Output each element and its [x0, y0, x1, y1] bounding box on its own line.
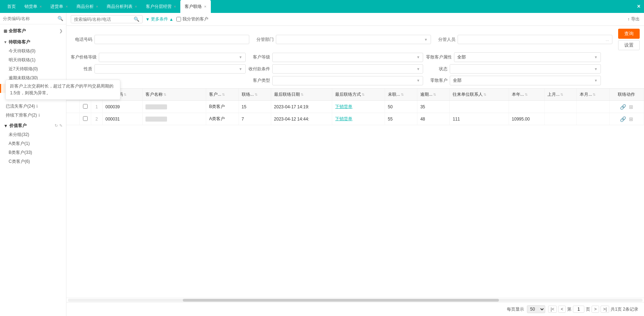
export-button[interactable]: ↑ 导出	[627, 16, 640, 22]
query-button[interactable]: 查询	[618, 29, 640, 39]
tab-analysis-list-close[interactable]: ×	[135, 4, 137, 9]
tab-customer-contact[interactable]: 客户联络 ×	[180, 0, 210, 13]
sidebar-item-7days[interactable]: 近7天待联络(0)	[0, 65, 66, 74]
th-level[interactable]: 客户... ⇅	[206, 89, 238, 101]
dept-select[interactable]: ▼	[276, 35, 431, 44]
prev-page-button[interactable]: <	[558, 306, 566, 313]
per-page-select[interactable]: 50 100 200	[527, 305, 545, 313]
tab-sales[interactable]: 销货单 ×	[20, 0, 46, 13]
td-this-year-1	[509, 101, 544, 113]
tab-purchase-label: 进货单	[50, 4, 63, 10]
th-this-month[interactable]: 本月... ⇅	[577, 89, 609, 101]
action-icons-1: 🔗 ⊞	[612, 104, 641, 110]
payment-select[interactable]: ▼	[272, 64, 423, 74]
td-last-method-2[interactable]: 下销货单	[332, 113, 385, 125]
sidebar-item-declining[interactable]: 持续下滑客户(2) ℹ	[0, 111, 66, 120]
td-num-2: 2	[91, 113, 102, 125]
retail-attr-select[interactable]: 全部 ▼	[454, 52, 601, 62]
retail-customer-select[interactable]: 全部 ▼	[450, 76, 601, 85]
tab-sales-close[interactable]: ×	[40, 4, 42, 9]
horizontal-scrollbar[interactable]	[66, 298, 644, 302]
unit-contact-sort-icon: ⇅	[483, 93, 486, 96]
close-all-button[interactable]: ×	[637, 3, 640, 10]
th-contact[interactable]: 联络... ⇅	[238, 89, 271, 101]
more-conditions-button[interactable]: ▼ 更多条件 ▲	[145, 16, 173, 22]
td-last-method-1[interactable]: 下销货单	[332, 101, 385, 113]
price-level-select[interactable]: ▼	[99, 53, 246, 62]
sidebar-item-ungroup[interactable]: 未分组(32)	[0, 130, 66, 139]
manager-select[interactable]: …	[458, 35, 612, 44]
sidebar-item-already-lost[interactable]: 已流失客户(24) ℹ	[0, 102, 66, 111]
phone-input[interactable]	[94, 35, 249, 44]
all-customers-header[interactable]: ⊞ 全部客户 ❯	[0, 26, 66, 36]
tab-purchase-close[interactable]: ×	[65, 4, 68, 9]
th-unit-contact[interactable]: 往来单位联系人 ⇅	[450, 89, 509, 101]
filter-cell-status: 状态 ▼	[426, 64, 601, 74]
td-last-date-2: 2023-04-12 14:44:	[271, 113, 332, 125]
last-method-link-1[interactable]: 下销货单	[335, 104, 352, 109]
sidebar-item-today[interactable]: 今天待联络(0)	[0, 47, 66, 56]
settings-button[interactable]: 设置	[618, 40, 640, 50]
tab-customer-mgmt[interactable]: 客户分层经营 ×	[142, 0, 180, 13]
first-page-button[interactable]: |<	[548, 306, 557, 313]
filter-cell-retail-customer: 零散客户 全部 ▼	[426, 76, 601, 85]
last-page-button[interactable]: >|	[601, 306, 609, 313]
th-last-month[interactable]: 上月... ⇅	[545, 89, 577, 101]
tab-home[interactable]: 首页	[3, 0, 20, 13]
td-overdue-2: 48	[417, 113, 450, 125]
td-contact-2: 7	[238, 113, 271, 125]
payment-label: 收付款条件	[249, 66, 270, 72]
tab-customer-mgmt-close[interactable]: ×	[174, 4, 176, 9]
this-month-sort-icon: ⇅	[593, 93, 596, 96]
customer-type-select[interactable]: ▼	[272, 76, 423, 85]
row-checkbox-1[interactable]	[83, 104, 88, 109]
th-name[interactable]: 客户名称 ⇅	[142, 89, 206, 101]
my-customers-checkbox[interactable]	[176, 17, 181, 22]
td-name-1	[142, 101, 206, 113]
filter-cell-payment: 收付款条件 ▼	[249, 64, 423, 74]
sidebar-search-input[interactable]	[3, 16, 57, 21]
tab-home-label: 首页	[7, 4, 16, 10]
status-select[interactable]: ▼	[450, 64, 601, 74]
action-grid-icon-1[interactable]: ⊞	[629, 104, 633, 110]
th-uncontacted[interactable]: 未联... ⇅	[385, 89, 417, 101]
action-link-icon-1[interactable]: 🔗	[620, 104, 626, 110]
data-table: ⚙ 客户编码 ⇅	[66, 89, 644, 125]
action-link-icon-2[interactable]: 🔗	[620, 116, 626, 122]
page-number-input[interactable]	[573, 306, 584, 313]
search-icon[interactable]: 🔍	[134, 16, 139, 22]
filter-row-4: ... 客户类型 ▼ 零散客户 全部 ▼	[71, 76, 640, 85]
gender-select[interactable]: ▼	[94, 64, 246, 74]
table-area: ⚙ 客户编码 ⇅	[66, 89, 644, 298]
sidebar-item-class-c[interactable]: C类客户(6)	[0, 157, 66, 166]
sidebar-group-value-header[interactable]: ▼ 价值客户 ↻ ✎	[0, 121, 66, 130]
tab-analysis[interactable]: 商品分析 ×	[72, 0, 102, 13]
last-method-link-2[interactable]: 下销货单	[335, 116, 352, 121]
row-checkbox-2[interactable]	[83, 116, 88, 121]
tab-customer-contact-close[interactable]: ×	[204, 4, 206, 9]
value-arrow-icon: ▼	[4, 123, 8, 128]
edit-icon[interactable]: ✎	[59, 123, 62, 128]
search-input[interactable]	[74, 17, 134, 22]
sidebar-collapse-icon[interactable]: ❯	[59, 29, 62, 33]
sidebar-item-tomorrow[interactable]: 明天待联络(1)	[0, 56, 66, 65]
refresh-icon[interactable]: ↻	[55, 123, 58, 128]
sidebar-group-pending-title[interactable]: ▼ 待联络客户	[0, 38, 66, 47]
tab-purchase[interactable]: 进货单 ×	[46, 0, 72, 13]
sidebar-item-class-b[interactable]: B类客户(33)	[0, 148, 66, 157]
tab-analysis-list[interactable]: 商品分析列表 ×	[102, 0, 141, 13]
sidebar-search-icon[interactable]: 🔍	[57, 16, 63, 21]
th-last-date[interactable]: 最后联络日期 ⇅	[271, 89, 332, 101]
th-this-year[interactable]: 本年... ⇅	[509, 89, 544, 101]
td-this-month-2	[577, 113, 609, 125]
customer-level-select[interactable]: ▼	[272, 53, 423, 62]
th-last-method[interactable]: 最后联络方式 ⇅	[332, 89, 385, 101]
scrollbar-thumb[interactable]	[183, 299, 499, 302]
action-grid-icon-2[interactable]: ⊞	[629, 116, 633, 122]
th-overdue[interactable]: 逾期... ⇅	[417, 89, 450, 101]
next-page-button[interactable]: >	[592, 306, 599, 313]
filter-cell-phone: 电话号码	[71, 35, 249, 44]
retail-customer-arrow: ▼	[594, 79, 598, 82]
tab-analysis-close[interactable]: ×	[96, 4, 98, 9]
sidebar-item-class-a[interactable]: A类客户(1)	[0, 139, 66, 148]
